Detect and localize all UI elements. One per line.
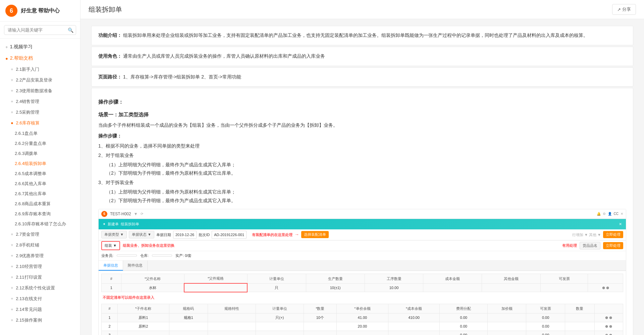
mock-ltd-specprop2 [208,322,256,331]
mock-lower-tbody: 1 原料1 规格1 只(+) 10个 41.00 410.00 0.00 [102,314,623,335]
mock-refresh-icon: ⟳ [141,211,143,217]
mock-lth-no: # [102,304,118,314]
step3-1: （1）上部明细为父件明细，最终作为原材料生成其它出库单； [106,188,626,196]
mock-td-pspec1[interactable] [184,283,247,292]
role-text: 通常由生产人员或库管人员完成拆装业务的操作，库管人员确认原材料的出库和产成品的入… [123,53,325,59]
sidebar-item-cases[interactable]: + 2.15操作案例 [0,315,80,326]
sidebar-item-inv264[interactable]: 2.6.4组装拆卸单 [0,159,80,169]
mock-btn-doctype[interactable]: 单据类型 ▼ [101,231,127,238]
mock-btn-docstatus[interactable]: 单据状态 ▼ [129,231,154,238]
sidebar-item-funds[interactable]: + 2.7资金管理 [0,229,80,240]
mock-arrow-right-icon: → [294,231,299,239]
sidebar-item-help[interactable]: ● 2.帮助文档 [0,53,80,64]
sidebar-item-coupon[interactable]: + 2.9优惠券管理 [0,250,80,261]
search-icon[interactable]: 🔍 [68,27,73,33]
step2: 2、对于组装业务 [98,152,626,160]
sidebar-item-video[interactable]: + 1.视频学习 [0,41,80,53]
sidebar-item-inv266[interactable]: 2.6.6其他入库单 [0,179,80,189]
sidebar-item-newbie[interactable]: + 2.1新手入门 [0,64,80,75]
mock-upper-header-row: # *父件名称 *父件规格 计量单位 生产数量 工序数量 成本金额 其他金额 可… [102,274,623,283]
mock-tab-active: ✦ [103,221,106,227]
mock-form-info: 业务员: 仓库: 实产: 0/套 [99,251,626,261]
mock-app-id: TEST-H002 [110,211,131,217]
mock-lth-action [594,304,623,314]
sidebar-item-inv267[interactable]: 2.6.7其他出库单 [0,189,80,199]
mock-ltd-speccode2 [169,322,208,331]
sidebar-item-inv2610[interactable]: 2.6.10库存账本错了怎么办 [0,219,80,229]
mock-lower-thead: # *子件名称 规格码 规格特性 计量单位 *数量 *单价余额 *成本余额 费用… [102,304,623,314]
mock-btn-save[interactable]: 立即处理 [603,231,623,238]
mock-date-label: 单据日期 [156,232,171,238]
mock-th-no: # [102,274,121,283]
mock-annotation-text1: 有装配清单的在这里处理 [252,232,292,238]
mock-form-value1[interactable] [117,255,137,257]
mock-td-other1 [482,283,541,292]
mock-date-value: 2019-12-26 [173,231,197,239]
sidebar-item-install[interactable]: + 2.2产品安装及登录 [0,75,80,86]
mock-ltd-no1: 1 [102,314,118,322]
sidebar-item-faq[interactable]: + 2.14常见问题 [0,304,80,315]
mock-lower-table: # *子件名称 规格码 规格特性 计量单位 *数量 *单价余额 *成本余额 费用… [101,304,623,335]
mock-btn-search[interactable]: 货品品名 [580,242,600,249]
mock-td-invoice1 [541,283,588,292]
share-button[interactable]: ↗ 分享 [612,4,636,15]
sidebar-item-mgmt[interactable]: + 2.10经营管理 [0,261,80,272]
mock-td-action1: ⊕ ⊗ [588,283,623,292]
top-bar: 组装拆卸单 ↗ 分享 [80,0,644,19]
step3: 3、对于拆装业务 [98,179,626,187]
mock-ltd-name2: 原料2 [117,322,169,331]
mock-more-options: 行增加 ▼ 其他 ▼ [572,232,601,238]
sidebar-item-custom[interactable]: + 2.12系统个性化设置 [0,283,80,293]
mock-th-proc-qty: 工序数量 [365,274,423,283]
step3-2: （2）下部明细为子件明细，最终作为产成品生成其它入库单。 [106,197,626,205]
sidebar-item-inv263[interactable]: 2.6.3调拨单 [0,149,80,159]
mock-ltd-action1: ⊕ ⊗ [594,314,623,322]
mock-ltd-cost2 [388,322,440,331]
mock-form-label1: 业务员: [101,253,113,259]
sidebar-item-data[interactable]: + 2.3使用前数据准备 [0,86,80,96]
logo-text: 好生意 帮助中心 [21,7,60,14]
mock-lth-alloc: 费用分配 [440,304,488,314]
mock-user-icon: 👤 [608,211,612,217]
plus-icon-s: + [11,77,13,82]
mock-btn-select-bom[interactable]: 选择装配清单 [301,231,329,238]
mock-tab-attachment[interactable]: 附件信息 [123,261,148,271]
minus-icon-s: ● [11,120,13,125]
mock-annotation3: 不固定清单可以组件在这里录入 [99,294,626,301]
table-row: 1 水杯 只 10(±1) 10.00 ⊕ ⊗ [102,283,623,292]
sidebar-item-print[interactable]: + 2.11打印设置 [0,272,80,283]
sidebar-item-inv262[interactable]: 2.6.2分量盘点单 [0,138,80,149]
mock-form-value2[interactable] [152,255,172,257]
mock-header-teal: ✦ 新建单 组装拆卸单 ✕ [99,219,626,229]
sidebar-item-payment[interactable]: + 2.13在线支付 [0,293,80,304]
mock-annotation-process: 有用处理 [562,242,577,249]
mock-th-parent-name: *父件名称 [121,274,184,283]
mock-tab2: 组装拆卸单 [121,221,139,227]
plus-icon-s: + [11,253,13,258]
mock-lth-qty2: 数量 [565,304,594,314]
mock-upper-thead: # *父件名称 *父件规格 计量单位 生产数量 工序数量 成本金额 其他金额 可… [102,274,623,283]
mock-initials: CC [614,211,619,217]
sidebar: 6 好生意 帮助中心 🔍 + 1.视频学习 ● 2.帮助文档 + 2.1新手入门 [0,0,80,335]
mock-settings-icon: ⚙ [603,211,606,217]
sidebar-item-inv269[interactable]: 2.6.9库存账本查询 [0,209,80,219]
step2-1: （1）上部明细为父件明细，最终作为产成品生成其它入库单； [106,161,626,169]
sidebar-item-inv261[interactable]: 2.6.1盘点单 [0,128,80,138]
mock-switch-area: 组装 ▼ 组装业务、拆卸业务在这里切换 有用处理 货品品名 立即处理 [99,240,626,251]
mock-btn-confirm[interactable]: 立即处理 [603,242,623,249]
sidebar-item-mobile[interactable]: + 2.8手机旺铺 [0,240,80,250]
sidebar-item-inv268[interactable]: 2.6.8商品成本重算 [0,199,80,209]
sidebar-item-sales[interactable]: + 2.4销售管理 [0,96,80,107]
sidebar-item-inventory[interactable]: ● 2.6库存核算 [0,118,80,128]
plus-icon-s: + [11,88,13,93]
sidebar-item-inv265[interactable]: 2.6.5成本调整单 [0,169,80,179]
search-input[interactable] [4,25,76,35]
mock-ltd-qty22 [565,322,594,331]
mock-tab-docinfo[interactable]: 单据信息 [99,261,123,271]
mock-td-cost1 [423,283,482,292]
mock-tabs: 单据信息 附件信息 [99,261,626,271]
sidebar-item-purchase[interactable]: + 2.5采购管理 [0,107,80,118]
plus-icon-s: + [11,264,13,269]
mock-type-switch[interactable]: 组装 ▼ [101,241,120,250]
mock-lth-unitprice: *单价余额 [337,304,388,314]
